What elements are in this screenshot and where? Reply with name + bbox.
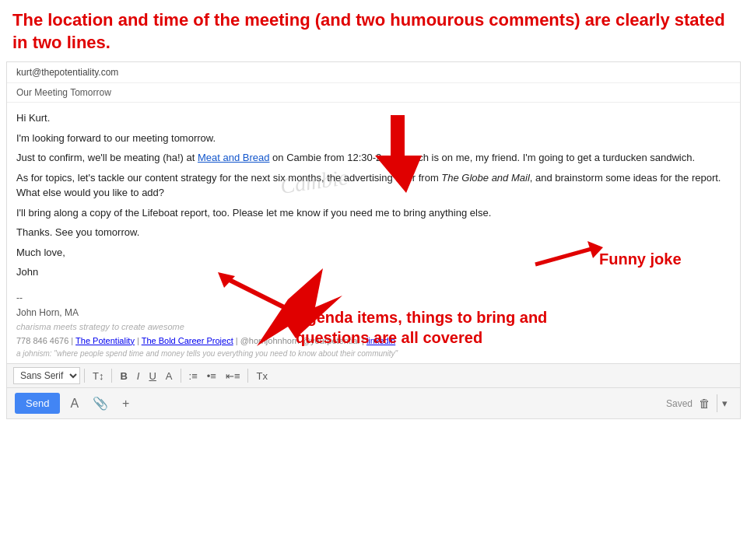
toolbar-divider-4 [247, 369, 248, 383]
line1: I'm looking forward to our meeting tomor… [16, 131, 731, 146]
toolbar-divider-3 [181, 369, 181, 383]
bold-career-link[interactable]: The Bold Career Project [142, 336, 233, 345]
underline-btn[interactable]: U [145, 369, 160, 383]
line5: Thanks. See you tomorrow. [16, 225, 731, 240]
annotation-text: The location and time of the meeting (an… [12, 9, 735, 54]
sig-divider: -- [16, 291, 731, 306]
compose-bottom: Send A 📎 + Saved 🗑 ▾ [7, 387, 740, 418]
agenda-items-label: Agenda items, things to bring and questi… [296, 307, 607, 348]
font-color-btn[interactable]: A [162, 369, 177, 383]
line3: As for topics, let's tackle our content … [16, 170, 731, 201]
meat-and-bread-link[interactable]: Meat and Bread [198, 152, 270, 163]
saved-status: Saved [666, 398, 693, 409]
funny-joke-label: Funny joke [599, 250, 682, 268]
potentiality-link[interactable]: The Potentiality [75, 336, 135, 345]
toolbar-divider-2 [111, 369, 112, 383]
unordered-list-btn[interactable]: •≡ [203, 369, 220, 383]
indent-btn[interactable]: ⇤≡ [222, 369, 244, 383]
greeting: Hi Kurt. [16, 110, 731, 126]
clear-formatting-btn[interactable]: Tx [252, 369, 271, 383]
font-select[interactable]: Sans Serif [13, 367, 80, 384]
toolbar-divider-1 [84, 369, 85, 383]
line4: I'll bring along a copy of the Lifeboat … [16, 205, 731, 221]
email-subject: Our Meeting Tomorrow [7, 83, 740, 103]
italic-btn[interactable]: I [133, 369, 144, 383]
more-options-btn[interactable]: + [118, 395, 133, 412]
ordered-list-btn[interactable]: :≡ [185, 369, 202, 383]
attach-btn[interactable]: 📎 [89, 394, 112, 412]
discard-btn[interactable]: 🗑 [699, 397, 710, 410]
compose-toolbar: Sans Serif T↕ B I U A :≡ •≡ ⇤≡ Tx [7, 363, 740, 387]
email-container: kurt@thepotentiality.com Our Meeting Tom… [6, 61, 741, 419]
header-annotation: The location and time of the meeting (an… [0, 0, 747, 61]
bold-btn[interactable]: B [116, 369, 131, 383]
text-format-btn[interactable]: A [66, 395, 82, 412]
send-button[interactable]: Send [15, 393, 60, 414]
line2: Just to confirm, we'll be meating (ha!) … [16, 150, 731, 166]
more-btn[interactable]: ▾ [717, 394, 732, 412]
email-from: kurt@thepotentiality.com [7, 62, 740, 83]
font-size-btn[interactable]: T↕ [89, 369, 107, 383]
sig-quote: a johnism: "where people spend time and … [16, 348, 731, 360]
